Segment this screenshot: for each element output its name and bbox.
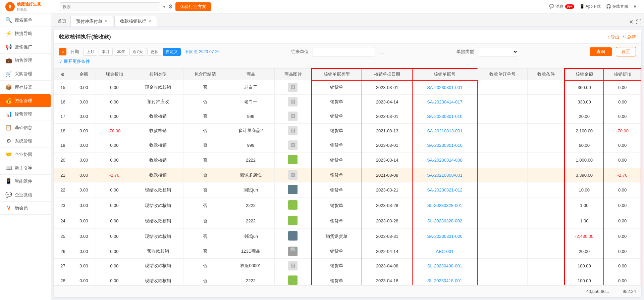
- voucher-no-link[interactable]: SA-20210808-001: [427, 173, 463, 178]
- data-table: ⚙ 余额 现金折扣 核销类型 包含已结清 商品 商品图片 核销单据类型 核销单据…: [54, 68, 641, 285]
- top-bar-search[interactable]: [60, 2, 160, 11]
- query-btn[interactable]: 查询: [590, 47, 612, 56]
- cell-cash-discount: 0.00: [96, 229, 133, 244]
- online-service-link[interactable]: 🎧 在线客服: [606, 4, 628, 9]
- cell-payment-terms: [528, 182, 565, 198]
- table-container[interactable]: ⚙ 余额 现金折扣 核销类型 包含已结清 商品 商品图片 核销单据类型 核销单据…: [54, 68, 641, 285]
- date-btn-more[interactable]: 更多: [147, 48, 161, 56]
- voucher-no-link[interactable]: ABC-001: [436, 249, 454, 254]
- industry-btn[interactable]: 休验行业方案: [175, 2, 211, 11]
- tab-prepay-conflict[interactable]: 预付冲应付单 ✕: [70, 16, 113, 27]
- brand-name: 畅捷通好生意: [17, 1, 41, 7]
- cell-cancel-amount: -2,430.00: [565, 229, 604, 244]
- voucher-no-link[interactable]: SL-20230328-001: [427, 203, 462, 208]
- cell-cash-discount: 0.00: [96, 244, 133, 259]
- voucher-no-link[interactable]: SL-20230408-001: [427, 263, 462, 268]
- cell-cancel-voucher-date: 2023-03-31: [362, 229, 412, 244]
- toggle-filter-btn[interactable]: »: [59, 48, 66, 55]
- settings-btn[interactable]: 设置: [616, 47, 636, 56]
- cell-cash-discount: 0.00: [96, 198, 133, 213]
- sidebar-item-sales[interactable]: 💼 销售管理: [0, 54, 51, 67]
- sidebar-label: 企业微信: [15, 192, 32, 198]
- sidebar-item-business[interactable]: 📊 经营管理: [0, 108, 51, 121]
- sidebar-item-beginner[interactable]: 📖 新手引导: [0, 161, 51, 175]
- cell-id: 24: [54, 213, 72, 229]
- app-download-link[interactable]: 📱 App下载: [580, 4, 601, 9]
- tab-home[interactable]: 首页: [54, 16, 70, 27]
- cell-product-image: 🖼: [274, 138, 312, 153]
- cell-cancel-type: 现结收款核销: [133, 213, 183, 229]
- cell-product: 老白干: [227, 95, 274, 109]
- sidebar-item-basic-info[interactable]: 📋 基础信息: [0, 121, 51, 134]
- voucher-no-link[interactable]: SA-20230314-008: [427, 158, 463, 163]
- cell-receipt-order-no: [477, 273, 528, 286]
- sidebar-item-inventory[interactable]: 📦 库存核算: [0, 81, 51, 94]
- col-balance: 余额: [72, 69, 96, 80]
- sidebar-item-finance[interactable]: 💰 资金管理: [0, 94, 51, 108]
- sidebar-item-system[interactable]: ⚙ 系统管理: [0, 134, 51, 148]
- cell-id: 16: [54, 95, 72, 109]
- cell-product: 2222: [227, 153, 274, 168]
- cell-cash-discount: 0.00: [96, 213, 133, 229]
- sidebar-item-enterprise-collab[interactable]: 🤝 企业协同: [0, 148, 51, 161]
- voucher-no-link[interactable]: SA-20230301-001: [427, 85, 463, 90]
- voucher-no-link[interactable]: SA-20230321-012: [427, 187, 463, 192]
- refresh-btn[interactable]: ↻ 刷新: [622, 34, 636, 40]
- brand-icon: 6: [5, 2, 15, 11]
- voucher-no-link[interactable]: SL-20230328-002: [427, 218, 462, 223]
- voucher-no-link[interactable]: SL-20230418-001: [427, 278, 462, 283]
- maximize-btn[interactable]: ⛶: [636, 19, 641, 25]
- cell-id: 21: [54, 168, 72, 182]
- date-btn-7days[interactable]: 近7天: [129, 48, 146, 56]
- sidebar-item-search-menu[interactable]: 🔍 搜索菜单: [0, 13, 51, 27]
- cell-product: 老白干: [227, 80, 274, 95]
- cell-included-settled: 否: [183, 244, 227, 259]
- voucher-no-link[interactable]: SA-20210813-001: [427, 128, 463, 133]
- gear-icon[interactable]: ⚙: [168, 3, 173, 10]
- money-icon: 💰: [5, 97, 12, 104]
- voucher-type-select[interactable]: [478, 47, 518, 56]
- cell-cancel-voucher-type: 销货单: [312, 273, 362, 286]
- messages-section[interactable]: 💬 消息 99+: [549, 4, 574, 9]
- cell-cancel-amount: 2,100.00: [565, 124, 604, 138]
- col-gear[interactable]: ⚙: [54, 69, 72, 80]
- close-icon[interactable]: ✕: [104, 19, 107, 24]
- date-btn-custom[interactable]: 自定义: [163, 48, 181, 56]
- cell-receipt-order-no: [477, 229, 528, 244]
- date-btn-this-year[interactable]: 本年: [114, 48, 128, 56]
- expand-more-btn[interactable]: ∨ 展开更多条件: [59, 58, 90, 65]
- cell-cancel-type: 现结收款核销: [133, 259, 183, 273]
- voucher-no-link[interactable]: SA-20230301-010: [427, 114, 463, 119]
- sidebar-item-purchase[interactable]: 🛒 采购管理: [0, 67, 51, 81]
- sidebar: 🔍 搜索菜单 ⚡ 快捷导航 📢 营销推广 💼 销售管理 🛒 采购管理 📦 库存核…: [0, 13, 51, 300]
- table-row: 16 0.00 0.00 预付冲应收 否 老白干 🖼 销货单 2023-04-1…: [54, 95, 641, 109]
- counterpart-input[interactable]: [313, 47, 375, 56]
- top-bar-middle: ▾ ⚙ 休验行业方案: [60, 2, 545, 11]
- voucher-no-link[interactable]: SA-20230301-010: [427, 143, 463, 148]
- cell-cancel-amount: 360.00: [565, 80, 604, 95]
- export-btn[interactable]: ↑ 导出: [607, 34, 620, 40]
- sidebar-label: 新手引导: [15, 165, 32, 171]
- sidebar-item-smart-hardware[interactable]: 📱 智能硬件: [0, 175, 51, 188]
- table-row: 28 0.00 0.00 现结收款核销 否 2222 销货单 2023-04-1…: [54, 273, 641, 286]
- cell-cancel-amount: 100.00: [565, 273, 604, 286]
- close-window-btn[interactable]: ✕: [629, 19, 633, 25]
- tab-receipt-cancel[interactable]: 收款核销执行 ✕: [114, 16, 157, 27]
- cell-cancel-voucher-date: 2023-04-18: [362, 273, 412, 286]
- refresh-icon: ↻: [622, 35, 626, 40]
- col-included-settled: 包含已结清: [183, 69, 227, 80]
- cell-id: 28: [54, 273, 72, 286]
- filter-row-2: ∨ 展开更多条件: [59, 58, 636, 65]
- chart-icon: 📊: [5, 111, 12, 117]
- date-btn-last-month[interactable]: 上月: [83, 48, 97, 56]
- table-row: 20 0.00 0.00 收款核销 否 2222 销货单 2023-03-14 …: [54, 153, 641, 168]
- voucher-no-link[interactable]: SA-20230414-017: [427, 99, 463, 104]
- sidebar-label: 经营管理: [15, 111, 32, 117]
- date-btn-this-month[interactable]: 本月: [99, 48, 113, 56]
- sidebar-item-enterprise-wechat[interactable]: 💬 企业微信: [0, 188, 51, 202]
- close-icon[interactable]: ✕: [148, 19, 151, 24]
- sidebar-item-marketing[interactable]: 📢 营销推广: [0, 40, 51, 54]
- voucher-no-link[interactable]: SA-20230331-026: [427, 234, 463, 239]
- sidebar-item-quick-nav[interactable]: ⚡ 快捷导航: [0, 27, 51, 40]
- sidebar-item-vip[interactable]: V 畅会员: [0, 202, 51, 215]
